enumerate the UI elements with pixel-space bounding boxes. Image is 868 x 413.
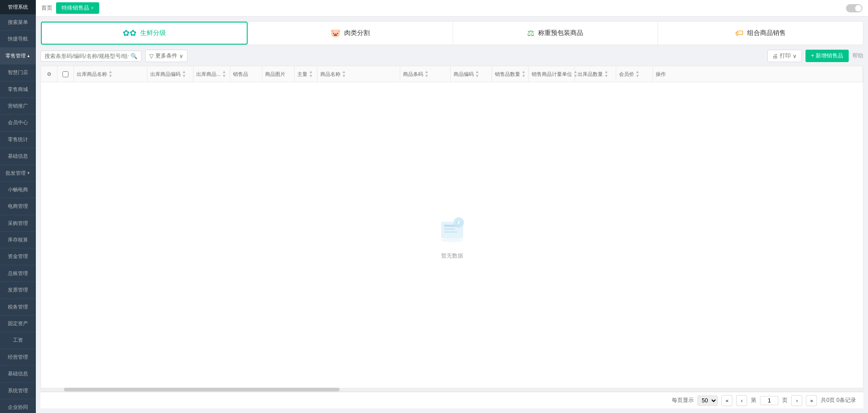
toggle-button[interactable] [846,4,862,12]
sidebar-item-inventory[interactable]: 库存核算 [0,232,36,248]
th-out-qty: 出库品数量 ▲▼ [575,66,616,82]
sidebar-item-search-menu[interactable]: 搜索菜单 [0,14,36,31]
per-page-label: 每页显示 [672,396,694,404]
th-out-goods-x: 出库商品... ▲▼ [193,66,230,82]
print-button[interactable]: 🖨 打印 ∨ [767,50,802,62]
wholesale-arrow: ▼ [27,171,30,176]
sidebar-item-invoice-mgmt[interactable]: 发票管理 [0,282,36,298]
scale-pack-icon: ⚖ [527,28,534,38]
category-tabs: ✿✿ 生鲜分级 🐷 肉类分割 ⚖ 称重预包装商品 🏷 组合商品销售 [40,21,863,45]
sort-goods-barcode[interactable]: ▲▼ [425,70,429,78]
th-check[interactable] [57,66,74,82]
sidebar-item-tax-mgmt[interactable]: 税务管理 [0,299,36,315]
sidebar-item-enterprise[interactable]: 企业协同 [0,399,36,413]
th-out-goods-code: 出库商品编码 ▲▼ [148,66,193,82]
topbar: 首页 特殊销售品 × [36,0,868,17]
svg-rect-4 [444,231,457,232]
sort-out-goods-x[interactable]: ▲▼ [222,70,226,78]
empty-state-text: 暂无数据 [441,252,463,260]
search-icon[interactable]: 🔍 [130,53,137,59]
per-page-select[interactable]: 50 [698,396,718,406]
fresh-grade-icon: ✿✿ [123,28,136,38]
new-sales-item-button[interactable]: + 新增销售品 [806,50,849,62]
sort-main-weight[interactable]: ▲▼ [309,70,313,78]
table-scrollbar[interactable] [41,388,863,391]
sort-goods-code[interactable]: ▲▼ [475,70,479,78]
sidebar-item-salary[interactable]: 工资 [0,332,36,349]
th-sale-unit: 销售商品计量单位 ▲▼ [529,66,575,82]
sidebar-item-retail-mgmt[interactable]: 零售管理 ▲ [0,48,36,64]
sidebar-item-mini-store[interactable]: 小畅电商 [0,182,36,198]
filter-arrow-icon: ∨ [179,53,183,59]
close-tab-icon[interactable]: × [91,6,94,11]
th-sale-qty: 销售品数量 ▲▼ [492,66,529,82]
sidebar-item-quick-nav[interactable]: 快捷导航 [0,31,36,47]
toolbar-right: 🖨 打印 ∨ + 新增销售品 帮助 [767,50,863,62]
help-button[interactable]: 帮助 [852,52,863,60]
settings-icon: ⚙ [47,71,51,77]
sidebar-item-general-ledger[interactable]: 总账管理 [0,265,36,282]
sidebar-item-ecommerce-mgmt[interactable]: 电商管理 [0,198,36,215]
topbar-home-link[interactable]: 首页 [41,4,52,12]
page-prefix-label: 第 [751,396,756,404]
sort-out-qty[interactable]: ▲▼ [604,70,608,78]
category-tab-meat-cut[interactable]: 🐷 肉类分割 [248,22,453,45]
page-suffix-label: 页 [782,396,788,404]
sidebar-item-retail-stats[interactable]: 零售统计 [0,132,36,148]
filter-button[interactable]: ▽ 更多条件 ∨ [145,50,187,62]
combo-icon: 🏷 [735,29,743,38]
meat-cut-icon: 🐷 [330,28,340,38]
first-page-button[interactable]: « [721,395,732,406]
sort-member-price[interactable]: ▲▼ [635,70,640,78]
search-box: 🔍 [40,51,142,62]
sidebar-item-sys-mgmt[interactable]: 系统管理 [0,383,36,399]
th-goods-img: 商品图片 [262,66,295,82]
sort-goods-name[interactable]: ▲▼ [342,70,346,78]
sidebar-item-fixed-assets[interactable]: 固定资产 [0,315,36,332]
prev-page-button[interactable]: ‹ [736,395,747,406]
filter-icon: ▽ [149,53,153,59]
table-body: 暂无数据 [41,82,863,388]
th-goods-code: 商品编码 ▲▼ [451,66,492,82]
sidebar-item-retail-mall[interactable]: 零售商城 [0,81,36,98]
th-settings[interactable]: ⚙ [41,66,57,82]
sidebar-item-members[interactable]: 会员中心 [0,115,36,131]
total-label: 共0页 0条记录 [821,396,856,404]
page-number-input[interactable] [760,396,778,405]
category-tab-fresh-grade[interactable]: ✿✿ 生鲜分级 [41,22,248,45]
print-arrow-icon: ∨ [793,53,797,59]
sidebar-item-ops-mgmt[interactable]: 经营管理 [0,349,36,366]
sidebar-item-marketing[interactable]: 营销推广 [0,98,36,115]
sidebar-item-wholesale-mgmt[interactable]: 批发管理 ▼ [0,165,36,182]
active-tab[interactable]: 特殊销售品 × [56,2,99,14]
last-page-button[interactable]: » [806,395,817,406]
select-all-checkbox[interactable] [62,71,68,77]
sort-sale-qty[interactable]: ▲▼ [522,70,526,78]
th-goods-name: 商品名称 ▲▼ [318,66,400,82]
next-page-button[interactable]: › [791,395,802,406]
sidebar-item-basic-info2[interactable]: 基础信息 [0,366,36,382]
svg-rect-3 [444,228,455,229]
sidebar: 管理系统 搜索菜单 快捷导航 零售管理 ▲ 智慧门店 零售商城 营销推广 会员中… [0,0,36,413]
toolbar-left: 🔍 ▽ 更多条件 ∨ [40,50,187,62]
sidebar-item-purchase-mgmt[interactable]: 采购管理 [0,215,36,232]
sort-out-goods-name[interactable]: ▲▼ [108,70,113,78]
toolbar: 🔍 ▽ 更多条件 ∨ 🖨 打印 ∨ + 新增销售品 帮助 [40,50,863,62]
th-operation: 操作 [653,66,863,82]
category-tab-scale-pack[interactable]: ⚖ 称重预包装商品 [453,22,658,45]
th-sale-goods: 销售品 [230,66,262,82]
table-scrollbar-thumb[interactable] [64,388,340,391]
th-main-weight: 主量 ▲▼ [295,66,318,82]
th-goods-barcode: 商品条码 ▲▼ [400,66,451,82]
sidebar-item-basic-info[interactable]: 基础信息 [0,148,36,165]
table-header: ⚙ 出库商品名称 ▲▼ 出库商品编码 ▲▼ 出库商品... ▲▼ [41,66,863,82]
sort-out-goods-code[interactable]: ▲▼ [182,70,186,78]
sidebar-item-finance[interactable]: 资金管理 [0,248,36,265]
search-input[interactable] [45,53,129,59]
empty-state-icon [434,211,471,247]
th-out-goods-name: 出库商品名称 ▲▼ [74,66,148,82]
svg-point-6 [457,221,460,224]
sidebar-item-smart-store[interactable]: 智慧门店 [0,64,36,81]
category-tab-combo[interactable]: 🏷 组合商品销售 [658,22,863,45]
print-icon: 🖨 [772,53,778,59]
